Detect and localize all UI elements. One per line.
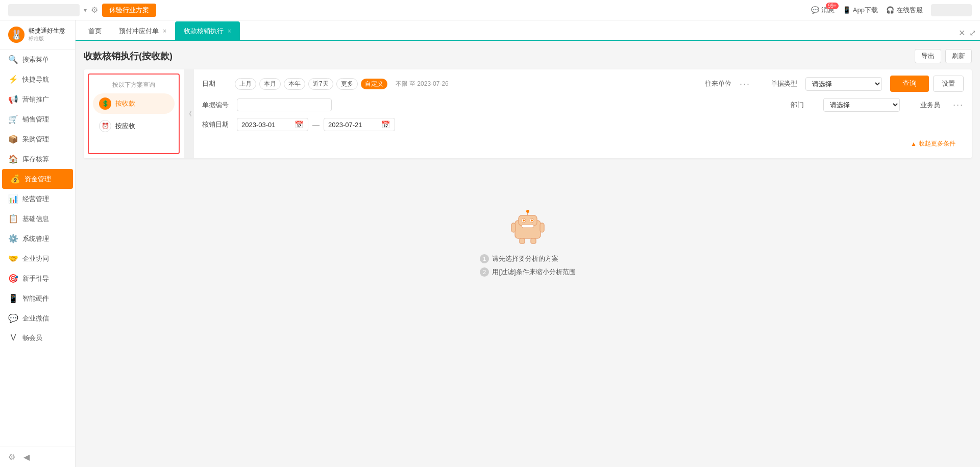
tab-home[interactable]: 首页 (80, 21, 110, 40)
sidebar-item-label: 采购管理 (22, 135, 49, 144)
date-btn-more[interactable]: 更多 (336, 78, 358, 90)
tab-prepay-close[interactable]: × (163, 28, 166, 35)
sidebar-item-member[interactable]: V 畅会员 (0, 328, 75, 348)
date-range-text: 不限 至 2023-07-26 (396, 80, 449, 88)
collapse-sidebar-icon[interactable]: ◀ (23, 452, 30, 462)
online-service-label: 在线客服 (896, 6, 923, 15)
sidebar-item-finance[interactable]: 💰 资金管理 (2, 169, 73, 189)
sidebar-item-hardware[interactable]: 📱 智能硬件 (0, 288, 75, 308)
query-by-receivable[interactable]: ⏰ 按应收 (93, 116, 175, 136)
verify-date-end-box: 📅 (324, 118, 395, 131)
sidebar-item-label: 资金管理 (24, 175, 51, 184)
app-download[interactable]: 📱 App下载 (843, 6, 878, 15)
empty-hint-2-text: 用[过滤]条件来缩小分析范围 (492, 267, 575, 277)
sidebar-item-operations[interactable]: 📊 经营管理 (0, 189, 75, 209)
counterparty-select-btn[interactable]: ··· (740, 79, 750, 89)
calendar-start-icon[interactable]: 📅 (295, 120, 303, 129)
empty-hints: 1 请先选择要分析的方案 2 用[过滤]条件来缩小分析范围 (480, 254, 575, 277)
user-info (931, 4, 972, 16)
sidebar-item-label: 基础信息 (22, 214, 49, 224)
tab-receipt-offset-close[interactable]: × (228, 28, 231, 35)
tab-prepay[interactable]: 预付冲应付单 × (110, 21, 175, 40)
date-btn-this-month[interactable]: 本月 (259, 78, 281, 90)
search-icon: 🔍 (8, 55, 18, 64)
tab-maximize-button[interactable]: ⤢ (969, 28, 976, 38)
date-btn-7days[interactable]: 近7天 (308, 78, 333, 90)
svg-point-12 (526, 210, 529, 213)
solution-button[interactable]: 休验行业方案 (102, 4, 156, 17)
sidebar-item-wechat[interactable]: 💬 企业微信 (0, 308, 75, 328)
chevron-down-icon[interactable]: ▾ (84, 7, 87, 14)
sidebar-item-label: 经营管理 (22, 194, 49, 204)
by-receipt-label: 按收款 (115, 99, 135, 108)
top-bar-right: 💬 消息 99+ 📱 App下载 🎧 在线客服 (811, 4, 972, 16)
query-by-receipt[interactable]: 💲 按收款 (93, 93, 175, 114)
verify-date-start-input[interactable] (241, 121, 292, 129)
date-custom-tag[interactable]: 自定义 (361, 79, 387, 89)
filter-fields: 日期 上月 本月 本年 近7天 更多 自定义 不限 至 2023-07-26 往… (194, 69, 972, 158)
sidebar-bottom: ⚙ ◀ (0, 447, 75, 467)
hint-num-2: 2 (480, 267, 489, 277)
chat-icon: 💬 (811, 6, 819, 14)
query-type-panel: 按以下方案查询 💲 按收款 ⏰ 按应收 (88, 73, 180, 154)
gear-icon[interactable]: ⚙ (91, 5, 98, 15)
date-quick-group: 上月 本月 本年 近7天 更多 自定义 (235, 78, 387, 90)
setting-button[interactable]: 设置 (933, 76, 964, 92)
sidebar-item-quicknav[interactable]: ⚡ 快捷导航 (0, 69, 75, 89)
online-service[interactable]: 🎧 在线客服 (886, 6, 923, 15)
doc-type-select[interactable]: 请选择 (805, 77, 882, 91)
guide-icon: 🎯 (8, 274, 18, 283)
dept-select[interactable]: 请选择 (823, 98, 900, 112)
sidebar-item-search[interactable]: 🔍 搜索菜单 (0, 50, 75, 69)
sidebar-item-guide[interactable]: 🎯 新手引导 (0, 268, 75, 288)
counterparty-label: 往来单位 (705, 79, 731, 88)
dept-label: 部门 (791, 101, 815, 110)
sidebar-item-system[interactable]: ⚙️ 系统管理 (0, 229, 75, 249)
query-type-title: 按以下方案查询 (93, 81, 175, 89)
sidebar-item-inventory[interactable]: 🏠 库存核算 (0, 149, 75, 169)
sidebar-item-enterprise[interactable]: 🤝 企业协同 (0, 249, 75, 268)
sidebar-item-label: 搜索菜单 (22, 55, 49, 64)
app-download-label: App下载 (853, 6, 878, 15)
date-btn-this-year[interactable]: 本年 (284, 78, 305, 90)
sidebar-item-marketing[interactable]: 📢 营销推广 (0, 89, 75, 109)
system-icon: ⚙️ (8, 234, 18, 243)
logo-text-group: 畅捷通好生意 标准版 (29, 27, 65, 42)
filter-action-btns: 查询 设置 (890, 76, 964, 92)
filter-row-3: 核销日期 📅 — 📅 (202, 118, 964, 131)
collapse-panel-button[interactable]: 《 (184, 69, 194, 158)
date-btn-last-month[interactable]: 上月 (235, 78, 256, 90)
main-layout: 🐰 畅捷通好生意 标准版 🔍 搜索菜单 ⚡ 快捷导航 📢 营销推广 🛒 销售管理… (0, 20, 980, 467)
sidebar-item-label: 新手引导 (22, 274, 49, 283)
tab-prepay-label: 预付冲应付单 (119, 27, 159, 36)
page-title: 收款核销执行(按收款) (84, 50, 173, 62)
empty-hint-2: 2 用[过滤]条件来缩小分析范围 (480, 267, 575, 277)
purchase-icon: 📦 (8, 134, 18, 144)
export-button[interactable]: 导出 (915, 49, 941, 63)
message-icon-group[interactable]: 💬 消息 99+ (811, 6, 835, 15)
sidebar-item-sales[interactable]: 🛒 销售管理 (0, 109, 75, 129)
collapse-more-button[interactable]: ▲ 收起更多条件 (911, 139, 955, 148)
query-button[interactable]: 查询 (890, 76, 929, 92)
doc-no-input[interactable] (237, 99, 332, 111)
calendar-end-icon[interactable]: 📅 (381, 120, 390, 129)
tab-close-all-button[interactable]: ✕ (959, 28, 965, 38)
refresh-button[interactable]: 刷新 (945, 49, 972, 63)
svg-rect-9 (520, 238, 525, 243)
operations-icon: 📊 (8, 194, 18, 204)
svg-rect-10 (531, 238, 536, 243)
verify-date-label: 核销日期 (202, 120, 229, 129)
sidebar-item-purchase[interactable]: 📦 采购管理 (0, 129, 75, 149)
svg-point-5 (531, 219, 533, 222)
tab-home-label: 首页 (88, 27, 102, 36)
staff-select-btn[interactable]: ··· (953, 100, 964, 110)
wechat-icon: 💬 (8, 313, 18, 323)
verify-date-start-box: 📅 (237, 118, 308, 131)
sidebar-item-basic-info[interactable]: 📋 基础信息 (0, 209, 75, 229)
settings-bottom-icon[interactable]: ⚙ (8, 452, 15, 462)
sales-icon: 🛒 (8, 114, 18, 124)
verify-date-end-input[interactable] (328, 121, 379, 129)
tab-receipt-offset[interactable]: 收款核销执行 × (175, 21, 240, 40)
basicinfo-icon: 📋 (8, 214, 18, 224)
logo-name: 畅捷通好生意 (29, 27, 65, 35)
